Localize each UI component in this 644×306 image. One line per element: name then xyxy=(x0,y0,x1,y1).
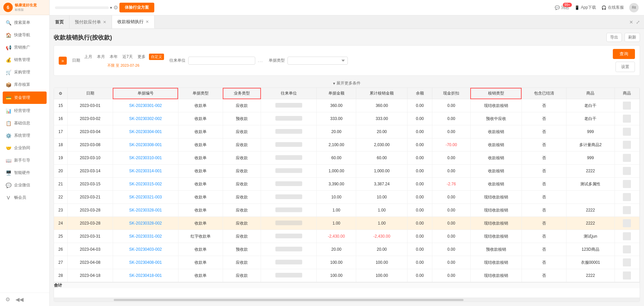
cell-product2 xyxy=(614,269,639,283)
cell-discount: -2.76 xyxy=(432,178,470,191)
unit-filter-input[interactable] xyxy=(188,57,255,65)
bill-no-link[interactable]: SK-20230314-001 xyxy=(129,169,162,173)
bill-no-link[interactable]: SK-20230315-002 xyxy=(129,182,162,186)
bill-no-link[interactable]: SK-20230328-001 xyxy=(129,208,162,212)
topbar-gear-icon[interactable]: ⚙ xyxy=(113,4,118,11)
sidebar-item-operation[interactable]: 📊经营管理 xyxy=(0,105,49,117)
topbar-dropdown-button[interactable]: ▾ xyxy=(110,5,112,10)
bill-no-link[interactable]: SK-20230331-002 xyxy=(129,234,162,239)
cell-product1: 测试多属性 xyxy=(566,178,614,191)
cell-included: 否 xyxy=(522,269,566,283)
tab-prepay[interactable]: 预付款应付单✕ xyxy=(69,15,112,28)
table-scroll-area[interactable]: ⚙ 日期 单据编号 单据类型 业务类型 往来单位 单据金额 累计核销金额 余额 … xyxy=(54,88,640,298)
online-service-area[interactable]: 🎧 在线客服 xyxy=(601,5,624,10)
sidebar-item-sales[interactable]: 💰销售管理 xyxy=(0,54,49,66)
tab-close-prepay[interactable]: ✕ xyxy=(103,20,106,24)
member-icon: V xyxy=(5,195,11,200)
expand-more-conditions[interactable]: ▾ 展开更多条件 xyxy=(54,79,640,87)
app-download-area[interactable]: 📱 App下载 xyxy=(575,5,596,10)
bill-no-link[interactable]: SK-20230328-002 xyxy=(129,221,162,226)
bill-no-link[interactable]: SK-20230301-002 xyxy=(129,103,162,108)
tab-close-collection[interactable]: ✕ xyxy=(146,19,149,24)
bill-no-link[interactable]: SK-20230308-001 xyxy=(129,142,162,147)
bill-no-link[interactable]: SK-20230408-001 xyxy=(129,260,162,265)
sidebar-item-basic[interactable]: 📋基础信息 xyxy=(0,117,49,129)
tab-maximize-button[interactable]: ⤢ xyxy=(636,19,640,25)
sidebar-item-finance[interactable]: 💳资金管理 xyxy=(3,91,47,104)
cell-included: 否 xyxy=(522,178,566,191)
cell-product2 xyxy=(614,112,639,125)
cell-date: 2023-03-15 xyxy=(67,178,113,191)
filter-toggle-button[interactable]: » xyxy=(59,57,67,65)
tab-collection[interactable]: 收款核销执行✕ xyxy=(112,15,155,28)
query-button[interactable]: 查询 xyxy=(613,49,635,59)
filter-settings-button[interactable]: 设置 xyxy=(615,62,635,72)
sidebar-item-search[interactable]: 🔍搜索菜单 xyxy=(0,16,49,29)
cell-product2 xyxy=(614,151,639,165)
marketing-icon: 📢 xyxy=(5,45,11,50)
bill-no-link[interactable]: SK-20230302-002 xyxy=(129,116,162,121)
table-row: 21 2023-03-15 SK-20230315-002 收款单 应收款 3,… xyxy=(54,178,640,191)
last-month-btn[interactable]: 上月 xyxy=(83,53,94,60)
cell-product1: 2222 xyxy=(566,269,614,283)
cell-product1: 123D商品 xyxy=(566,243,614,256)
sidebar-item-guide[interactable]: 📖新手引导 xyxy=(0,154,49,167)
cell-unit xyxy=(261,125,317,138)
bill-no-link[interactable]: SK-20230304-001 xyxy=(129,129,162,134)
collapse-icon[interactable]: ◀◀ xyxy=(15,296,23,303)
bill-type-filter-select[interactable] xyxy=(287,57,348,65)
cell-biz-type: 应收款 xyxy=(223,191,261,204)
cell-biz-type: 应收款 xyxy=(223,204,261,217)
cell-accumulated: 20.00 xyxy=(356,243,408,256)
horizontal-scrollbar[interactable] xyxy=(54,298,640,302)
export-button[interactable]: 导出 xyxy=(606,33,622,42)
col-header-index: ⚙ xyxy=(54,88,67,99)
cell-bill-type: 收款单 xyxy=(178,99,223,112)
settings-col-icon[interactable]: ⚙ xyxy=(59,91,62,96)
settings-icon[interactable]: ⚙ xyxy=(5,296,10,303)
cell-index: 25 xyxy=(54,230,67,243)
bill-no-link[interactable]: SK-20230321-003 xyxy=(129,195,162,199)
cell-discount: 0.00 xyxy=(432,217,470,230)
bill-no-link[interactable]: SK-20230403-002 xyxy=(129,247,162,252)
more-date-btn[interactable]: 更多 xyxy=(136,53,147,60)
sidebar-item-inventory[interactable]: 📦库存核算 xyxy=(0,78,49,91)
refresh-button[interactable]: 刷新 xyxy=(625,33,640,42)
bill-no-link[interactable]: SK-20230310-001 xyxy=(129,156,162,160)
cell-date: 2023-03-21 xyxy=(67,191,113,204)
this-year-btn[interactable]: 本年 xyxy=(108,53,119,60)
cell-discount: 0.00 xyxy=(432,230,470,243)
cell-bill-type: 收款单 xyxy=(178,178,223,191)
last-7-days-btn[interactable]: 近7天 xyxy=(121,53,134,60)
headset-icon: 🎧 xyxy=(601,5,606,10)
sidebar-item-hardware[interactable]: 🖥️智能硬件 xyxy=(0,167,49,179)
table-row: 28 2023-04-18 SK-20230418-001 收款单 应收款 10… xyxy=(54,269,640,283)
solutions-button[interactable]: 体验行业方案 xyxy=(119,3,154,12)
tab-home[interactable]: 首页 xyxy=(50,15,69,28)
sidebar-item-member[interactable]: V畅会员 xyxy=(0,191,49,204)
tab-close-all-button[interactable]: ✕ xyxy=(629,19,633,25)
cell-verify-type: 现结收款核销 xyxy=(470,99,522,112)
sidebar-item-quicknav[interactable]: 🏠快捷导航 xyxy=(0,29,49,41)
cell-bill-no: SK-20230302-002 xyxy=(113,112,178,125)
sidebar-item-system[interactable]: ⚙️系统管理 xyxy=(0,129,49,142)
guide-icon: 📖 xyxy=(5,158,11,163)
cell-unit xyxy=(261,191,317,204)
cell-discount: 0.00 xyxy=(432,191,470,204)
message-badge: 99+ xyxy=(563,3,572,7)
custom-date-btn[interactable]: 自定义 xyxy=(149,54,164,60)
cell-bill-no: SK-20230308-001 xyxy=(113,138,178,151)
sidebar-item-corp[interactable]: 🤝企业协同 xyxy=(0,142,49,154)
bill-no-link[interactable]: SK-20230418-001 xyxy=(129,273,162,278)
sidebar-item-marketing[interactable]: 📢营销推广 xyxy=(0,41,49,54)
cell-biz-type: 应收款 xyxy=(223,138,261,151)
user-avatar[interactable]: Rit xyxy=(629,3,639,12)
messages-icon-area[interactable]: 💬 消息 99+ xyxy=(555,5,569,10)
cell-product2 xyxy=(614,230,639,243)
more-filters-dots[interactable]: ... xyxy=(258,58,263,63)
sidebar-item-purchase[interactable]: 🛒采购管理 xyxy=(0,66,49,78)
cell-bill-no: SK-20230331-002 xyxy=(113,230,178,243)
sidebar-item-wechat[interactable]: 💬企业微信 xyxy=(0,179,49,191)
cell-balance: 0.00 xyxy=(408,165,432,178)
this-month-btn[interactable]: 本月 xyxy=(96,53,106,60)
